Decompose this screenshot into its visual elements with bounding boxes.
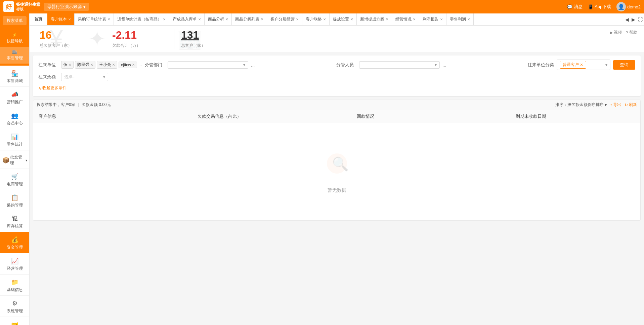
category-tag-close[interactable]: ✕ — [580, 63, 583, 67]
quick-nav-label: 快捷导航 — [7, 38, 23, 44]
tag-close-cjttcw[interactable]: ✕ — [132, 63, 135, 67]
close-tab-icon[interactable]: ✕ — [68, 17, 71, 21]
video-link[interactable]: ▶ 视频 — [610, 30, 622, 35]
sidebar-item-system[interactable]: ⚙ 系统管理 — [0, 296, 29, 317]
close-tab-icon[interactable]: ✕ — [198, 17, 201, 21]
sidebar-item-basic-info[interactable]: 📁 基础信息 — [0, 275, 29, 296]
refresh-button[interactable]: ↻ 刷新 — [625, 102, 637, 108]
username: demo2 — [627, 4, 641, 9]
tab-profit-report[interactable]: 利润报告 ✕ — [419, 13, 446, 25]
tag-close-wang[interactable]: ✕ — [112, 63, 115, 67]
tag-close-wu[interactable]: ✕ — [69, 63, 71, 67]
filter-tags: 伍 ✕ 陈民强 ✕ 王小亮 ✕ cjttcw ✕ — [61, 61, 142, 69]
tag-close-chen[interactable]: ✕ — [90, 63, 93, 67]
retail-mgmt-icon: 🏬 — [12, 49, 17, 54]
more-tags-button[interactable]: ... — [138, 62, 142, 67]
person-select[interactable]: ▾ — [359, 61, 440, 69]
account-selector[interactable]: 母婴行业演示账套 ▾ — [44, 3, 89, 11]
member-icon: 👥 — [11, 112, 18, 119]
tag-text: cjttcw — [121, 63, 131, 67]
stat-customers2-block-wrapper: 🏢 131 总客户（家） — [167, 29, 239, 48]
help-link[interactable]: ? 帮助 — [626, 30, 637, 35]
tab-product-analysis[interactable]: 商品分析 ✕ — [205, 13, 232, 25]
sidebar-item-label: 库存核算 — [7, 223, 23, 229]
chevron-down-icon: ▾ — [83, 4, 86, 9]
sidebar-item-label: 批发管理 — [10, 154, 25, 166]
empty-text: 暂无数据 — [328, 187, 346, 193]
export-button[interactable]: ↑ 导出 — [610, 102, 621, 108]
stat-total-customers2: 131 总客户（家） — [174, 29, 219, 48]
chevron-down-icon: ▾ — [26, 158, 27, 162]
tab-new-commission[interactable]: 新增提成方案 ✕ — [357, 13, 392, 25]
tab-prev-button[interactable]: ◀ — [624, 13, 630, 26]
search-menu-button[interactable]: 搜索菜单 — [3, 16, 27, 25]
tab-operations[interactable]: 经营情况 ✕ — [392, 13, 419, 25]
balance-arrow-icon: ▾ — [103, 75, 105, 79]
sort-label: 排序：按欠款金额倒序排序 — [555, 102, 604, 108]
tab-purchase-order[interactable]: 采购订单统计表 ✕ — [75, 13, 114, 25]
tab-customer-segment[interactable]: 客户分层经营 ✕ — [267, 13, 302, 25]
close-tab-icon[interactable]: ✕ — [467, 17, 470, 21]
person-more-button[interactable]: ... — [442, 62, 446, 68]
tab-customer-contact[interactable]: 客户联络 ✕ — [302, 13, 330, 25]
tab-production-inbound[interactable]: 产成品入库单 ✕ — [169, 13, 205, 25]
retail-mgmt-item[interactable]: 🏬 零售管理 — [0, 47, 29, 64]
system-icon: ⚙ — [12, 300, 17, 307]
close-tab-icon[interactable]: ✕ — [440, 17, 443, 21]
total-customers-value: 16 — [40, 29, 72, 41]
message-button[interactable]: 💬 消息 — [567, 4, 583, 10]
logo-symbol: 好 — [6, 3, 12, 11]
sidebar-item-operations[interactable]: 📈 经营管理 — [0, 253, 29, 275]
quick-nav-icon: ⚡ — [12, 33, 17, 37]
sidebar-item-retail-mall[interactable]: 🏪 零售商城 — [0, 66, 29, 87]
sort-selector[interactable]: 排序：按欠款金额倒序排序 ▾ — [555, 102, 607, 108]
tab-retail-profit[interactable]: 零售利润 ✕ — [446, 13, 474, 25]
sidebar-item-ecommerce[interactable]: 🛒 电商管理 — [0, 169, 29, 190]
collapse-label: 收起更多条件 — [42, 85, 67, 91]
col-repayment: 回款情况 — [357, 113, 516, 119]
sidebar-item-member[interactable]: 👥 会员中心 — [0, 108, 29, 129]
close-tab-icon[interactable]: ✕ — [296, 17, 299, 21]
tab-commission-settings[interactable]: 提成设置 ✕ — [330, 13, 357, 25]
sidebar-item-label: 零售商城 — [7, 78, 23, 84]
close-tab-icon[interactable]: ✕ — [386, 17, 388, 21]
tag-text: 王小亮 — [99, 62, 111, 68]
sidebar-item-retail-stats[interactable]: 📊 零售统计 — [0, 129, 29, 150]
sidebar-item-finance[interactable]: 💰 资金管理 — [0, 232, 29, 253]
app-download-button[interactable]: 📱 App下载 — [588, 4, 611, 10]
sidebar-item-enterprise[interactable]: 🤝 企业协同 — [0, 317, 29, 325]
filter-area: 往来单位 伍 ✕ 陈民强 ✕ 王小亮 ✕ — [33, 56, 641, 96]
sidebar-item-wholesale[interactable]: 📦 批发管理 ▾ — [0, 150, 29, 169]
close-tab-icon[interactable]: ✕ — [350, 17, 353, 21]
sidebar-item-marketing[interactable]: 📣 营销推广 — [0, 87, 29, 108]
close-tab-icon[interactable]: ✕ — [261, 17, 263, 21]
dept-more-button[interactable]: ... — [251, 62, 255, 68]
user-profile[interactable]: 👤 demo2 — [616, 2, 641, 11]
query-button[interactable]: 查询 — [613, 60, 635, 70]
dept-select[interactable]: ▾ — [168, 61, 248, 69]
logo-text: 畅捷通好生意 — [16, 2, 40, 7]
close-tab-icon[interactable]: ✕ — [225, 17, 228, 21]
close-tab-icon[interactable]: ✕ — [323, 17, 326, 21]
basic-info-icon: 📁 — [11, 279, 18, 286]
balance-select[interactable]: 选择... ▾ — [61, 73, 108, 81]
tab-customer-account[interactable]: 客户账本 ✕ — [47, 13, 75, 25]
tab-product-analysis-list[interactable]: 商品分析列表 ✕ — [232, 13, 267, 25]
tab-next-button[interactable]: ▶ — [630, 13, 637, 26]
retail-mall-icon: 🏪 — [11, 70, 18, 77]
close-tab-icon[interactable]: ✕ — [108, 17, 110, 21]
collapse-row: ∧ 收起更多条件 — [38, 84, 635, 92]
close-tab-icon[interactable]: ✕ — [413, 17, 416, 21]
category-tag-text: 普通客户 — [563, 62, 579, 68]
close-tab-icon[interactable]: ✕ — [163, 17, 166, 21]
col-due-date: 到期未收款日期 — [516, 113, 635, 119]
tab-purchase-stats[interactable]: 进货单统计表（按商品） ✕ — [114, 13, 169, 25]
collapse-button[interactable]: ∧ 收起更多条件 — [38, 85, 635, 91]
tab-label: 客户分层经营 — [270, 16, 295, 22]
tab-expand-button[interactable]: ⛶ — [637, 13, 644, 26]
sidebar-item-inventory[interactable]: 🏗 库存核算 — [0, 211, 29, 232]
quick-nav-item[interactable]: ⚡ 快捷导航 — [0, 30, 29, 47]
tab-home[interactable]: 首页 — [30, 13, 47, 25]
category-select[interactable]: 普通客户 ✕ ▾ — [557, 60, 610, 70]
sidebar-item-purchase[interactable]: 📋 采购管理 — [0, 190, 29, 211]
